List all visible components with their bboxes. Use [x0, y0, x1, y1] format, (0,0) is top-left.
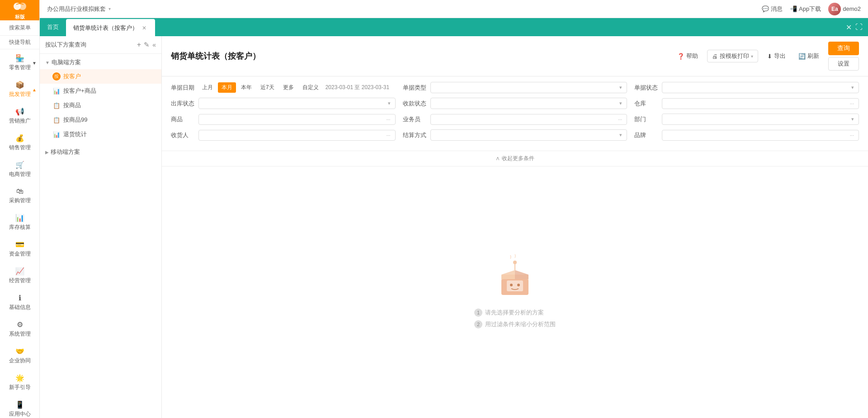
scheme-by-goods[interactable]: 📋 按商品 [40, 98, 161, 113]
date-tab-custom[interactable]: 自定义 [299, 82, 322, 93]
doc-status-arrow: ▾ [851, 85, 854, 90]
out-status-label: 出库状态 [171, 100, 196, 108]
scheme-return-stats[interactable]: 📊 退货统计 [40, 127, 161, 142]
date-tab-this-year[interactable]: 本年 [237, 82, 255, 93]
doc-type-select[interactable]: ▾ [430, 82, 627, 93]
collapse-bar[interactable]: ∧ 收起更多条件 [162, 151, 868, 166]
sidebar-item-enterprise-label: 企业协同 [9, 357, 31, 365]
settings-button[interactable]: 设置 [828, 57, 859, 71]
page-title: 销货单统计表（按客户） [171, 51, 260, 62]
department-label: 部门 [634, 115, 659, 124]
header-actions: 💬 消息 📲 App下载 Ea demo2 [762, 3, 861, 15]
sidebar-item-wholesale[interactable]: 📦 批发管理 ▲ [0, 76, 39, 103]
sidebar-item-purchase-label: 采购管理 [9, 197, 31, 204]
quick-nav[interactable]: 快捷导航 [0, 36, 39, 49]
filter-receiver: 收货人 ··· [171, 129, 396, 141]
sidebar-item-retail[interactable]: 🏪 零售管理 ▼ [0, 49, 39, 76]
filter-salesman: 业务员 ··· [403, 114, 627, 125]
sidebar-item-sales[interactable]: 💰 销售管理 [0, 129, 39, 156]
help-btn[interactable]: ❓ 帮助 [674, 50, 702, 62]
search-menu-label: 搜索菜单 [0, 24, 39, 32]
receiver-label: 收货人 [171, 131, 196, 139]
date-tab-this-month[interactable]: 本月 [218, 82, 236, 93]
date-range-text: 2023-03-01 至 2023-03-31 [326, 84, 389, 91]
sidebar: 标版 搜索菜单 快捷导航 🏪 零售管理 ▼ 📦 批发管理 ▲ 📢 营销推广 💰 … [0, 0, 40, 418]
sidebar-item-marketing[interactable]: 📢 营销推广 [0, 103, 39, 129]
doc-status-select[interactable]: ▾ [662, 82, 859, 93]
app-download-btn[interactable]: 📲 App下载 [790, 5, 821, 13]
sidebar-item-system[interactable]: ⚙ 系统管理 [0, 316, 39, 342]
filter-department: 部门 ▾ [634, 114, 859, 125]
warehouse-select[interactable]: ··· [662, 98, 859, 109]
department-select[interactable]: ▾ [662, 114, 859, 125]
out-status-select[interactable]: ▾ [198, 98, 396, 109]
tab-home[interactable]: 首页 [40, 18, 66, 36]
sidebar-item-finance[interactable]: 💳 资金管理 [0, 236, 39, 262]
breadcrumb-arrow[interactable]: ▾ [108, 6, 111, 11]
edit-scheme-btn[interactable]: ✎ [144, 41, 150, 49]
tree-group-desktop[interactable]: ▼ 电脑端方案 [40, 56, 161, 69]
scheme-by-customer-goods[interactable]: 📊 按客户+商品 [40, 84, 161, 98]
scheme-by-goods99[interactable]: 📋 按商品99 [40, 113, 161, 127]
filter-area: 单据日期 上月 本月 本年 近7天 更多 自定义 2023-03-01 至 20… [162, 76, 868, 151]
tab-close-icon[interactable]: ✕ [141, 24, 148, 32]
filter-settlement: 结算方式 ▾ [403, 129, 627, 141]
salesman-select[interactable]: ··· [430, 114, 627, 125]
search-menu[interactable]: 搜索菜单 [0, 20, 39, 36]
app-download-label: App下载 [799, 5, 821, 13]
add-scheme-btn[interactable]: + [137, 41, 141, 49]
settlement-select[interactable]: ▾ [430, 129, 627, 141]
tip-text-1: 请先选择要分析的方案 [485, 307, 544, 318]
sidebar-item-management[interactable]: 📈 经营管理 [0, 262, 39, 289]
avatar-text: Ea [831, 6, 838, 12]
sidebar-item-purchase[interactable]: 🛍 采购管理 [0, 183, 39, 209]
filter-doc-status: 单据状态 ▾ [634, 82, 859, 93]
by-goods99-icon: 📋 [52, 116, 61, 124]
export-label: 导出 [774, 52, 786, 60]
sidebar-item-marketing-label: 营销推广 [9, 117, 31, 125]
receiver-dots: ··· [386, 133, 390, 138]
goods-select[interactable]: ··· [198, 114, 396, 125]
doc-type-arrow: ▾ [619, 85, 622, 90]
scheme-by-customer[interactable]: 按 按客户 [40, 69, 161, 84]
sidebar-item-ecommerce[interactable]: 🛒 电商管理 [0, 156, 39, 183]
export-icon: ⬇ [767, 53, 772, 60]
sidebar-item-appcenter[interactable]: 📱 应用中心 [0, 396, 39, 418]
export-btn[interactable]: ⬇ 导出 [764, 50, 789, 62]
tab-sales-stats[interactable]: 销货单统计表（按客户） ✕ [66, 19, 155, 37]
sidebar-item-ecommerce-label: 电商管理 [9, 171, 31, 178]
message-btn[interactable]: 💬 消息 [762, 5, 783, 13]
date-tab-last-month[interactable]: 上月 [198, 82, 217, 93]
brand-select[interactable]: ··· [662, 130, 859, 141]
sidebar-item-retail-label: 零售管理 [9, 64, 31, 71]
refresh-btn[interactable]: 🔄 刷新 [795, 50, 823, 62]
goods-dots: ··· [386, 117, 390, 122]
receiver-select[interactable]: ··· [198, 130, 396, 141]
date-tab-7days[interactable]: 近7天 [257, 82, 278, 93]
tree-section-mobile: ▶ 移动端方案 [40, 143, 161, 161]
desktop-group-arrow: ▼ [45, 60, 50, 65]
sidebar-item-wholesale-label: 批发管理 [9, 90, 31, 98]
maximize-icon[interactable]: ⛶ [855, 23, 863, 31]
wholesale-icon: 📦 [15, 81, 24, 89]
enterprise-icon: 🤝 [15, 347, 24, 356]
date-label: 单据日期 [171, 84, 196, 92]
sidebar-item-basic[interactable]: ℹ 基础信息 [0, 289, 39, 316]
sidebar-item-newbie[interactable]: 🌟 新手引导 [0, 369, 39, 396]
svg-marker-4 [501, 270, 515, 279]
empty-icon [488, 254, 542, 299]
print-btn[interactable]: 🖨 按模板打印 ▾ [707, 50, 758, 62]
sidebar-item-inventory[interactable]: 📊 库存核算 [0, 209, 39, 236]
main-area: 办公用品行业模拟账套 ▾ 💬 消息 📲 App下载 Ea demo2 首页 [40, 0, 868, 418]
page-actions: ❓ 帮助 🖨 按模板打印 ▾ ⬇ 导出 🔄 [674, 42, 859, 71]
close-window-icon[interactable]: ✕ [846, 23, 852, 32]
wholesale-expand-icon: ▲ [32, 87, 37, 92]
tree-group-mobile[interactable]: ▶ 移动端方案 [40, 145, 161, 159]
date-tab-more[interactable]: 更多 [279, 82, 297, 93]
user-profile[interactable]: Ea demo2 [828, 3, 861, 15]
receipt-status-select[interactable]: ▾ [430, 98, 627, 109]
sidebar-item-enterprise[interactable]: 🤝 企业协同 [0, 342, 39, 369]
tab-home-label: 首页 [47, 23, 59, 31]
collapse-panel-btn[interactable]: « [152, 41, 156, 48]
query-button[interactable]: 查询 [828, 42, 859, 55]
